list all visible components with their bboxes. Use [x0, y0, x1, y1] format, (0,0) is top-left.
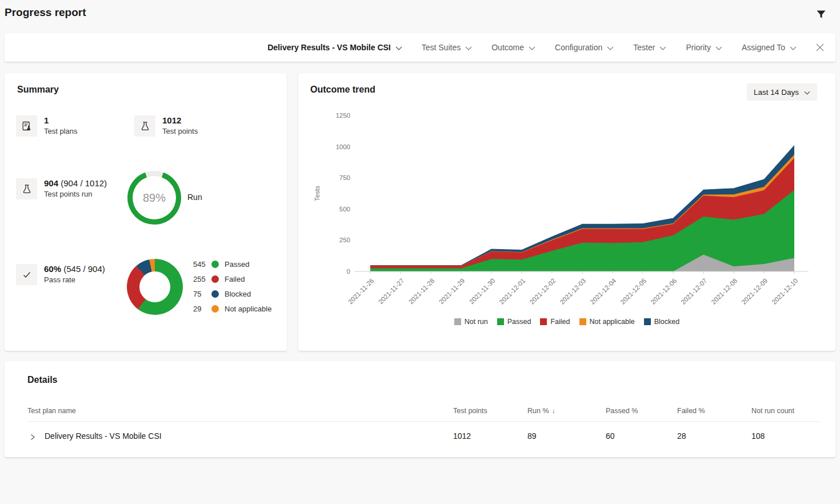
filter-test-suites[interactable]: Test Suites — [422, 43, 472, 52]
column-header-not-run-count[interactable]: Not run count — [751, 407, 794, 415]
expand-row-chevron-icon[interactable] — [30, 433, 35, 443]
not-run-count-cell: 108 — [751, 431, 765, 441]
svg-text:2021-11-28: 2021-11-28 — [407, 277, 435, 305]
summary-card: Summary 1 Test plans 1012 Test points — [5, 73, 287, 351]
chevron-down-icon — [715, 43, 722, 52]
legend-item-blocked: Blocked — [644, 318, 679, 326]
outcome-trend-area-chart: 025050075010001250Tests2021-11-262021-11… — [311, 106, 823, 311]
svg-text:2021-12-04: 2021-12-04 — [589, 277, 618, 306]
svg-text:2021-12-05: 2021-12-05 — [619, 277, 647, 306]
chevron-down-icon — [529, 43, 535, 52]
legend-label: Passed — [507, 318, 531, 326]
filter-label: Assigned To — [742, 43, 785, 52]
legend-item-failed: Failed — [540, 318, 570, 326]
page-title: Progress report — [5, 6, 86, 19]
test-points-label: Test points — [162, 127, 198, 135]
column-header-failed-pct[interactable]: Failed % — [677, 407, 705, 415]
svg-text:2021-11-29: 2021-11-29 — [438, 277, 466, 305]
check-icon — [16, 264, 37, 285]
svg-text:Tests: Tests — [314, 186, 321, 201]
failed-dot-icon — [211, 275, 219, 283]
chevron-down-icon — [607, 43, 614, 52]
legend-item-not-applicable: 29 Not applicable — [193, 301, 271, 316]
donut-hole — [139, 271, 170, 302]
legend-label: Blocked — [654, 318, 679, 326]
chevron-down-icon — [790, 43, 797, 52]
legend-item-not-run: Not run — [454, 318, 488, 326]
svg-text:2021-12-03: 2021-12-03 — [558, 277, 587, 306]
summary-title: Summary — [17, 85, 59, 95]
blocked-dot-icon — [211, 290, 219, 298]
test-plan-icon — [16, 115, 37, 137]
test-points-run-tile: 904 (904 / 1012) Test points run — [16, 178, 107, 199]
svg-text:2021-11-26: 2021-11-26 — [347, 277, 375, 305]
filter-test-plan[interactable]: Delivery Results - VS Mobile CSI — [267, 43, 402, 52]
run-percentage-value: 89% — [127, 171, 181, 225]
column-header-test-plan-name[interactable]: Test plan name — [27, 407, 76, 415]
legend-count: 29 — [193, 305, 211, 313]
test-plan-name-cell[interactable]: Delivery Results - VS Mobile CSI — [45, 431, 162, 441]
pass-rate-tile: 60% (545 / 904) Pass rate — [16, 264, 105, 285]
svg-text:2021-12-06: 2021-12-06 — [649, 277, 678, 306]
legend-label: Not applicable — [225, 305, 271, 313]
filter-label: Priority — [686, 43, 711, 52]
legend-label: Failed — [550, 318, 570, 326]
chevron-down-icon — [804, 88, 810, 97]
legend-item-not-applicable: Not applicable — [579, 318, 635, 326]
close-filters-icon[interactable] — [816, 43, 824, 51]
pass-rate-label: Pass rate — [44, 275, 105, 284]
column-header-passed-pct[interactable]: Passed % — [606, 407, 638, 415]
svg-text:1250: 1250 — [335, 112, 350, 119]
filter-outcome[interactable]: Outcome — [491, 43, 535, 52]
legend-item-passed: 545 Passed — [193, 257, 271, 271]
svg-text:2021-12-09: 2021-12-09 — [740, 277, 769, 306]
not-run-swatch-icon — [454, 318, 461, 325]
legend-count: 75 — [193, 290, 211, 298]
filter-assigned-to[interactable]: Assigned To — [742, 43, 797, 52]
run-percentage-donut: 89% — [127, 171, 181, 225]
column-header-test-points[interactable]: Test points — [453, 407, 487, 415]
outcome-trend-card: Outcome trend Last 14 Days 0250500750100… — [298, 73, 835, 351]
filter-label: Configuration — [555, 43, 602, 52]
column-header-run-pct[interactable]: Run %↓ — [527, 407, 555, 415]
passed-pct-cell: 60 — [606, 431, 615, 441]
svg-text:750: 750 — [339, 174, 350, 181]
test-plans-value: 1 — [44, 115, 49, 125]
test-points-cell: 1012 — [453, 431, 471, 441]
passed-swatch-icon — [497, 318, 504, 325]
svg-text:2021-12-01: 2021-12-01 — [498, 277, 526, 306]
test-points-tile: 1012 Test points — [134, 115, 198, 137]
svg-text:2021-12-10: 2021-12-10 — [770, 277, 799, 306]
test-plans-label: Test plans — [44, 127, 78, 135]
legend-label: Not run — [465, 318, 488, 326]
passed-dot-icon — [211, 261, 219, 268]
run-pct-cell: 89 — [527, 431, 537, 441]
legend-item-failed: 255 Failed — [193, 271, 271, 286]
legend-label: Failed — [225, 275, 245, 283]
date-range-dropdown[interactable]: Last 14 Days — [747, 83, 817, 101]
svg-text:2021-12-08: 2021-12-08 — [710, 277, 738, 306]
filter-funnel-icon[interactable] — [815, 9, 827, 22]
run-donut-label: Run — [187, 193, 202, 202]
failed-pct-cell: 28 — [677, 431, 686, 441]
filter-configuration[interactable]: Configuration — [555, 43, 614, 52]
details-title: Details — [27, 375, 57, 385]
svg-text:2021-11-30: 2021-11-30 — [468, 277, 496, 305]
sort-descending-icon: ↓ — [552, 407, 555, 415]
filter-priority[interactable]: Priority — [686, 43, 722, 52]
legend-item-passed: Passed — [497, 318, 531, 326]
column-label: Run % — [527, 407, 549, 415]
svg-text:2021-12-02: 2021-12-02 — [528, 277, 557, 306]
failed-swatch-icon — [540, 318, 547, 325]
legend-label: Not applicable — [590, 318, 635, 326]
legend-label: Blocked — [225, 290, 251, 298]
test-points-value: 1012 — [162, 115, 181, 125]
filter-tester[interactable]: Tester — [633, 43, 666, 52]
outcome-trend-title: Outcome trend — [310, 85, 375, 95]
not-applicable-swatch-icon — [579, 318, 586, 325]
divider — [27, 421, 819, 422]
chevron-down-icon — [395, 43, 402, 52]
legend-label: Passed — [225, 260, 249, 269]
filter-bar: Delivery Results - VS Mobile CSI Test Su… — [5, 33, 835, 62]
svg-text:250: 250 — [339, 237, 350, 243]
